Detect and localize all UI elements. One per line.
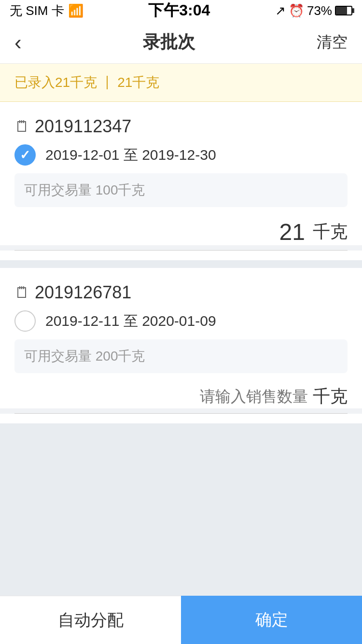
location-icon: ↗ — [275, 3, 286, 18]
batch1-quantity-value: 21 — [279, 219, 305, 245]
recorded-amount: 已录入21千克 — [14, 73, 97, 92]
batch1-icon: 🗒 — [14, 118, 30, 136]
batch2-card: 🗒 2019126781 2019-12-11 至 2020-01-09 可用交… — [0, 268, 362, 373]
section-divider — [0, 260, 362, 268]
batch2-input-row: 千克 — [0, 373, 362, 408]
batch1-header: 🗒 2019112347 — [14, 116, 348, 137]
batch2-unit: 千克 — [313, 385, 348, 408]
batch1-volume-box: 可用交易量 100千克 — [14, 173, 348, 207]
nav-bar: ‹ 录批次 清空 — [0, 21, 362, 64]
batch1-card: 🗒 2019112347 2019-12-01 至 2019-12-30 可用交… — [0, 102, 362, 207]
status-right: ↗ ⏰ 73% — [275, 3, 352, 18]
back-button[interactable]: ‹ — [14, 32, 22, 53]
bottom-bar: 自动分配 确定 — [0, 596, 362, 644]
page-title: 录批次 — [143, 30, 195, 54]
batch1-volume: 可用交易量 100千克 — [24, 182, 145, 197]
batch2-date: 2019-12-11 至 2020-01-09 — [45, 311, 216, 331]
batch1-quantity-row: 21 千克 — [0, 207, 362, 245]
status-time: 下午3:04 — [148, 0, 210, 21]
confirm-button[interactable]: 确定 — [181, 596, 362, 644]
batch2-volume: 可用交易量 200千克 — [24, 349, 145, 364]
batch2-spacer — [0, 414, 362, 423]
total-amount: 21千克 — [117, 73, 159, 92]
info-banner: 已录入21千克 21千克 — [0, 64, 362, 102]
batch1-date: 2019-12-01 至 2019-12-30 — [45, 145, 216, 165]
batch1-date-row[interactable]: 2019-12-01 至 2019-12-30 — [14, 144, 348, 166]
batch1-spacer — [0, 251, 362, 260]
status-bar: 无 SIM 卡 📶 下午3:04 ↗ ⏰ 73% — [0, 0, 362, 21]
batch1-quantity-unit: 千克 — [313, 220, 348, 244]
batch1-id: 2019112347 — [35, 116, 131, 137]
clear-button[interactable]: 清空 — [317, 32, 348, 53]
auto-distribute-button[interactable]: 自动分配 — [0, 596, 181, 644]
batch2-radio[interactable] — [14, 310, 36, 332]
battery-icon — [335, 6, 352, 15]
batch1-radio[interactable] — [14, 144, 36, 166]
batch2-id: 2019126781 — [35, 282, 131, 303]
banner-divider — [107, 76, 108, 89]
batch2-quantity-input[interactable] — [14, 388, 308, 406]
status-left: 无 SIM 卡 📶 — [10, 2, 84, 19]
wifi-icon: 📶 — [68, 3, 84, 18]
batch2-icon: 🗒 — [14, 284, 30, 302]
sim-signal-text: 无 SIM 卡 — [10, 2, 64, 19]
batch2-volume-box: 可用交易量 200千克 — [14, 339, 348, 373]
battery-text: 73% — [307, 3, 332, 18]
batch2-date-row[interactable]: 2019-12-11 至 2020-01-09 — [14, 310, 348, 332]
alarm-icon: ⏰ — [289, 3, 304, 18]
batch2-header: 🗒 2019126781 — [14, 282, 348, 303]
